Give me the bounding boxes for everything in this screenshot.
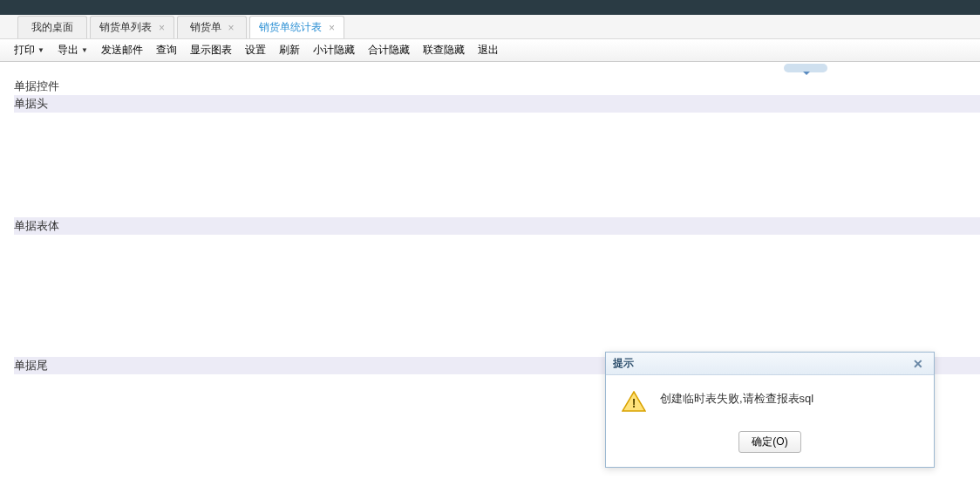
dropdown-indicator[interactable] [784,64,827,72]
close-icon[interactable]: ✕ [909,357,927,371]
subtotal-hide-button[interactable]: 小计隐藏 [313,43,355,58]
query-label: 查询 [156,43,177,58]
tabs-bar: 我的桌面 销货单列表 × 销货单 × 销货单统计表 × [0,15,980,39]
ok-button[interactable]: 确定(O) [738,431,800,453]
refresh-label: 刷新 [279,43,300,58]
header-area [14,113,980,217]
export-menu[interactable]: 导出 ▼ [58,43,88,58]
tab-sales-order[interactable]: 销货单 × [177,16,247,38]
tab-label: 销货单 [190,20,221,35]
dialog-message: 创建临时表失败,请检查报表sql [660,391,813,407]
close-icon[interactable]: × [228,22,235,34]
send-mail-button[interactable]: 发送邮件 [101,43,143,58]
close-icon[interactable]: × [329,22,335,34]
app-top-strip [0,0,980,15]
settings-button[interactable]: 设置 [245,43,266,58]
linked-hide-button[interactable]: 联查隐藏 [423,43,465,58]
warning-icon: ! [622,391,646,412]
dialog-body: ! 创建临时表失败,请检查报表sql [606,375,934,421]
show-chart-label: 显示图表 [190,43,232,58]
svg-text:!: ! [632,396,636,410]
exit-button[interactable]: 退出 [478,43,499,58]
close-icon[interactable]: × [159,22,165,34]
show-chart-button[interactable]: 显示图表 [190,43,232,58]
linked-hide-label: 联查隐藏 [423,43,465,58]
total-hide-button[interactable]: 合计隐藏 [368,43,410,58]
chevron-down-icon: ▼ [81,46,88,54]
tab-label: 销货单列表 [99,20,152,35]
query-button[interactable]: 查询 [156,43,177,58]
tab-label: 销货单统计表 [259,20,322,35]
alert-dialog: 提示 ✕ ! 创建临时表失败,请检查报表sql 确定(O) [605,352,935,468]
export-label: 导出 [58,43,78,58]
tab-label: 我的桌面 [31,20,73,35]
refresh-button[interactable]: 刷新 [279,43,300,58]
settings-label: 设置 [245,43,266,58]
subtotal-hide-label: 小计隐藏 [313,43,355,58]
print-label: 打印 [14,43,35,58]
tab-sales-list[interactable]: 销货单列表 × [90,16,174,38]
print-menu[interactable]: 打印 ▼ [14,43,44,58]
section-control: 单据控件 [14,78,980,95]
tab-desktop[interactable]: 我的桌面 [17,16,87,38]
dialog-titlebar[interactable]: 提示 ✕ [606,353,934,375]
tab-sales-stats[interactable]: 销货单统计表 × [249,16,344,38]
body-area [14,235,980,357]
section-body: 单据表体 [14,217,980,235]
section-header: 单据头 [14,95,980,113]
dialog-title: 提示 [613,356,634,371]
toolbar: 打印 ▼ 导出 ▼ 发送邮件 查询 显示图表 设置 刷新 小计隐藏 合计隐藏 联… [0,39,980,62]
chevron-down-icon: ▼ [37,46,44,54]
total-hide-label: 合计隐藏 [368,43,410,58]
ok-label: 确定(O) [752,435,787,448]
send-mail-label: 发送邮件 [101,43,143,58]
dialog-footer: 确定(O) [606,421,934,467]
exit-label: 退出 [478,43,499,58]
